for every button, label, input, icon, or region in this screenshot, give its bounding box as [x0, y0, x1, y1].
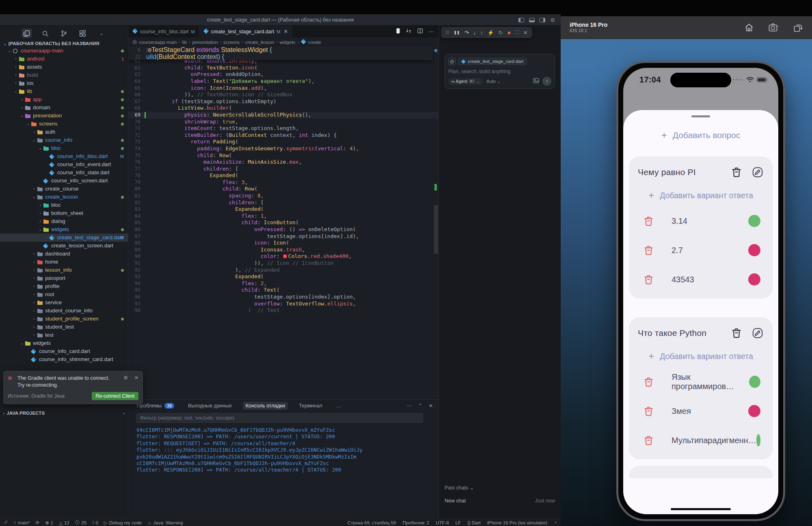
delete-question-icon[interactable] [730, 327, 743, 339]
chevron-down-icon[interactable]: ⌄ [96, 28, 107, 38]
chat-history-item[interactable]: New chat Just now [445, 498, 555, 504]
option-correct-toggle[interactable] [748, 405, 760, 417]
delete-question-icon[interactable] [730, 166, 743, 178]
compare-changes-icon[interactable] [406, 28, 412, 35]
code-line-97[interactable]: 97 overflow: TextOverflow.ellipsis, [128, 301, 438, 307]
tree-item-dashboard[interactable]: ›dashboard [0, 250, 128, 258]
tree-item-create_lesson[interactable]: ⌄create_lesson [0, 193, 128, 201]
option-correct-toggle[interactable] [749, 376, 760, 388]
add-option-button[interactable]: +Добавить вариант ответа [638, 351, 764, 362]
layout-right-icon[interactable] [540, 18, 545, 22]
search-icon[interactable] [40, 28, 51, 38]
option-correct-toggle[interactable] [748, 244, 760, 256]
code-line-87[interactable]: 87 testStage.options[index].id), [128, 233, 438, 240]
gear-icon[interactable]: ⚙ [550, 17, 555, 23]
code-line-62[interactable]: 62 child: TextButton.icon( [128, 65, 438, 71]
question-card-partial[interactable] [629, 466, 773, 478]
delete-option-icon[interactable] [643, 376, 654, 388]
statusbar-branch-main*[interactable]: ⑂main* [13, 520, 30, 525]
code-line-81[interactable]: 81 spacing: 8, [128, 193, 438, 199]
tree-item-presentation[interactable]: ⌄presentation [0, 112, 128, 120]
code-line-77[interactable]: 77 children: [ [128, 166, 438, 173]
tree-item-widgets[interactable]: ⌄widgets [0, 339, 128, 347]
panel-tab-Терминал[interactable]: Терминал [296, 402, 325, 410]
agent-mode-dropdown[interactable]: ∞ Agent ⌘I ⌄ [448, 78, 483, 85]
tree-item-course_info_event.dart[interactable]: course_info_event.dart [0, 160, 128, 169]
tree-item-courseraapp-main[interactable]: ⌄courseraapp-main [0, 47, 128, 55]
breadcrumb-item[interactable]: screens [223, 40, 240, 45]
context-file-chip[interactable]: create_test_stage_card.dart [458, 58, 527, 65]
code-line-63[interactable]: 63 onPressed: onAddOption, [128, 71, 438, 78]
source-control-icon[interactable] [59, 28, 69, 38]
extensions-icon[interactable] [78, 28, 88, 38]
add-option-button[interactable]: +Добавить вариант ответа [638, 190, 764, 201]
panel-tab-Консоль отладки[interactable]: Консоль отладки [243, 402, 288, 410]
panel-tab-…[interactable]: … [333, 402, 344, 410]
layout-bottom-icon[interactable] [529, 18, 535, 22]
step-out-icon[interactable]: ↑ [480, 30, 483, 36]
sticky-scroll[interactable]: 6:eTestStageCard extends StatelessWidget… [128, 47, 433, 60]
tree-item-android[interactable]: ›android1 [0, 55, 128, 63]
code-line-79[interactable]: 79 flex: 3, [128, 179, 438, 186]
tree-item-bloc[interactable]: ⌄bloc [0, 144, 128, 152]
step-over-icon[interactable]: ↷ [464, 30, 469, 36]
code-line-90[interactable]: 90 color: Colors.red.shade400, [128, 253, 438, 260]
close-icon[interactable]: ✕ [134, 375, 138, 389]
code-line-86[interactable]: 86 onPressed: () => onDeleteOption( [128, 226, 438, 233]
delete-option-icon[interactable] [643, 274, 654, 286]
statusbar-sync[interactable]: ⟳ [36, 520, 40, 526]
code-line-96[interactable]: 96 testStage.options[index].option, [128, 294, 438, 301]
debug-console-output[interactable]: V4cCI6MTc1MjUwMTAzMn0.u7QHHReGvCb_6bF1Tb… [136, 427, 438, 474]
tree-item-student_test[interactable]: ›student_test [0, 323, 128, 331]
close-icon[interactable]: ✕ [429, 403, 433, 409]
statusbar-bell[interactable]: ◔ [554, 520, 557, 525]
delete-option-icon[interactable] [643, 435, 654, 446]
sheet-drag-handle[interactable] [691, 115, 710, 117]
rotate-icon[interactable] [793, 22, 803, 33]
tree-item-widgets[interactable]: ⌄widgets [0, 225, 128, 234]
statusbar-item-iPhone[interactable]: iPhone 16 Pro (ios simulator) [487, 520, 547, 525]
edit-question-icon[interactable] [752, 166, 764, 178]
pause-icon[interactable]: ❚❚ [454, 30, 460, 35]
tree-item-course_info_state.dart[interactable]: course_info_state.dart [0, 169, 128, 177]
option-correct-toggle[interactable] [748, 215, 760, 227]
window-titlebar[interactable]: create_test_stage_card.dart — (Рабочая о… [0, 14, 561, 26]
code-line-67[interactable]: 67 if (testStage.options.isNotEmpty) [128, 98, 438, 105]
code-line-95[interactable]: 95 child: Text( [128, 287, 438, 294]
workspace-header[interactable]: ⌄ (РАБОЧАЯ ОБЛАСТЬ) БЕЗ НАЗВАНИЯ [0, 39, 128, 47]
hot-reload-icon[interactable]: ⚡ [488, 30, 494, 36]
statusbar-item-Пробелов:[interactable]: Пробелов: 2 [402, 520, 429, 525]
tree-item-student_profile_screen[interactable]: ›student_profile_screen [0, 315, 128, 323]
tree-item-dialog[interactable]: ›dialog [0, 217, 128, 225]
tree-item-create_test_stage_card.dart[interactable]: create_test_stage_card.dartM [0, 234, 128, 242]
home-icon[interactable] [744, 22, 754, 33]
statusbar-ports-0[interactable]: ⟟0 [92, 520, 98, 525]
code-editor[interactable]: 59 )), // SizedBox60 SizedBox(61 width: … [128, 47, 438, 399]
editor-tab-create_test_stage_card.dart[interactable]: create_test_stage_card.dartM✕ [199, 26, 292, 37]
code-line-75[interactable]: 75 child: Row( [128, 152, 438, 159]
code-line-89[interactable]: 89 Iconsax.trash, [128, 247, 438, 253]
code-line-98[interactable]: 98 ) // Text [128, 307, 438, 314]
code-line-85[interactable]: 85 child: IconButton( [128, 219, 438, 226]
code-line-68[interactable]: 68 ListView.builder( [128, 105, 438, 112]
code-line-88[interactable]: 88 icon: Icon( [128, 240, 438, 247]
java-projects-section-header[interactable]: ›JAVA PROJECTS › [0, 409, 128, 417]
home-indicator[interactable] [671, 508, 731, 510]
code-line-73[interactable]: 73 return Padding( [128, 139, 438, 145]
tree-item-student_course_info[interactable]: ›student_course_info [0, 307, 128, 315]
code-line-65[interactable]: 65 icon: Icon(Iconsax.add), [128, 85, 438, 92]
tree-item-auth[interactable]: ›auth [0, 128, 128, 136]
statusbar-item-Строка[interactable]: Строка 69, столбец 59 [348, 520, 396, 525]
statusbar-item-UTF-8[interactable]: UTF-8 [436, 520, 449, 525]
code-line-94[interactable]: 94 flex: 2, [128, 280, 438, 287]
code-line-93[interactable]: 93 Expanded( [128, 273, 438, 280]
code-line-66[interactable]: 66 )), // TextButton.icon // SizedBox [128, 91, 438, 98]
code-line-69[interactable]: 69 physics: NeverScrollableScrollPhysics… [128, 112, 438, 119]
breadcrumb-item[interactable]: create_lesson [245, 40, 274, 45]
tree-item-course_info_bloc.dart[interactable]: course_info_bloc.dartM [0, 152, 128, 160]
breadcrumb-item[interactable]: create [308, 40, 321, 45]
breadcrumb-item[interactable]: widgets [280, 40, 296, 45]
more-actions-icon[interactable]: ⋯ [407, 403, 412, 409]
option-correct-toggle[interactable] [756, 434, 760, 446]
code-line-70[interactable]: 70 shrinkWrap: true, [128, 119, 438, 126]
